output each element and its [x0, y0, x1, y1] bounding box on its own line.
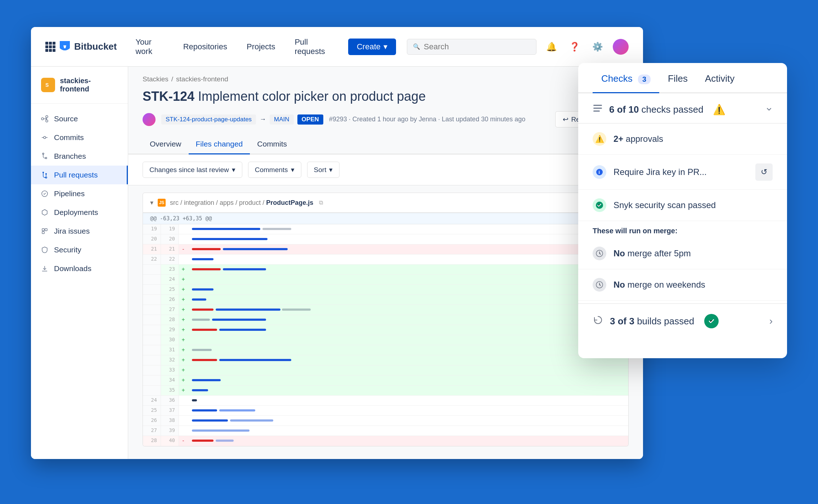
sidebar-item-pipelines[interactable]: Pipelines [31, 184, 128, 203]
main-layout: S stackies-frontend Source Commits Branc… [31, 67, 643, 459]
chevron-down-icon: ▾ [383, 42, 387, 51]
svg-rect-14 [42, 231, 44, 234]
tab-files-changed[interactable]: Files changed [189, 135, 250, 154]
svg-rect-12 [42, 229, 44, 231]
sidebar-item-label: Source [54, 114, 78, 123]
repo-icon: S [41, 78, 55, 92]
jira-info-icon: i [593, 165, 606, 179]
sidebar-item-jira-issues[interactable]: Jira issues [31, 222, 128, 240]
nav-pull-requests[interactable]: Pull requests [290, 35, 336, 59]
sidebar-item-label: Branches [54, 152, 86, 161]
sidebar-item-pull-requests[interactable]: Pull requests [31, 166, 128, 184]
checks-count-badge: 3 [638, 75, 651, 84]
nav-repositories[interactable]: Repositories [179, 39, 232, 54]
sidebar-item-downloads[interactable]: Downloads [31, 259, 128, 278]
sidebar-item-source[interactable]: Source [31, 109, 128, 128]
diff-row: 25 37 [143, 406, 628, 416]
browser-window: Bitbucket Your work Repositories Project… [31, 27, 643, 459]
pr-id: STK-124 [143, 89, 194, 104]
avatar[interactable] [613, 39, 629, 55]
copy-path-icon[interactable]: ⧉ [319, 199, 323, 206]
checks-expand-icon[interactable] [765, 105, 773, 115]
sidebar-repo: S stackies-frontend [31, 77, 128, 104]
diff-file-header: ▾ JS src / integration / apps / product … [143, 193, 629, 213]
notifications-button[interactable]: 🔔 [544, 39, 559, 55]
svg-rect-16 [593, 108, 602, 109]
diff-row: 20 20 [143, 234, 628, 244]
arrow-icon: → [260, 116, 266, 123]
diff-row: 29 + [143, 325, 628, 335]
approvals-warning-icon: ⚠️ [593, 132, 606, 146]
create-label: Create [357, 42, 381, 51]
svg-text:S: S [45, 82, 49, 88]
request-changes-icon: ↩ [563, 115, 568, 123]
sort-button[interactable]: Sort ▾ [307, 162, 340, 178]
diff-row: 28 40 - [143, 436, 628, 446]
diff-table: @@ -63,23 +63,35 @@ 19 19 20 20 [143, 213, 629, 446]
diff-row: 24 + [143, 275, 628, 285]
chevron-down-icon: ▾ [329, 166, 333, 174]
checks-list-icon [593, 103, 603, 116]
pr-status-badge: OPEN [297, 114, 323, 125]
diff-row: 24 36 [143, 396, 628, 406]
pr-meta: STK-124-product-page-updates → MAIN OPEN… [128, 111, 643, 135]
brand-name: Bitbucket [74, 41, 117, 52]
sidebar-item-branches[interactable]: Branches [31, 147, 128, 166]
diff-row: 33 + [143, 365, 628, 375]
approvals-label: 2+ approvals [614, 134, 663, 144]
branches-icon [41, 153, 48, 160]
diff-row: 31 + [143, 345, 628, 355]
diff-row: 25 + [143, 285, 628, 295]
builds-passed-icon [704, 314, 719, 328]
checks-tabs: Checks 3 Files Activity [578, 63, 787, 93]
check-item-no-merge-5pm: No merge after 5pm [578, 238, 787, 269]
diff-container: ▾ JS src / integration / apps / product … [128, 185, 643, 454]
sidebar-item-commits[interactable]: Commits [31, 128, 128, 147]
filter-bar: Changes since last review ▾ Comments ▾ S… [128, 154, 643, 185]
diff-row: 32 + [143, 355, 628, 365]
tab-overview[interactable]: Overview [143, 135, 189, 154]
sidebar-item-security[interactable]: Security [31, 240, 128, 259]
help-button[interactable]: ❓ [567, 39, 583, 55]
tab-activity[interactable]: Activity [696, 63, 743, 93]
clock-icon-2 [593, 278, 606, 292]
diff-row: 23 + [143, 265, 628, 275]
sidebar-item-label: Jira issues [54, 227, 90, 235]
comments-filter-button[interactable]: Comments ▾ [248, 162, 301, 178]
changes-since-review-button[interactable]: Changes since last review ▾ [143, 162, 242, 178]
checks-passed-count: 6 of 10 [609, 104, 639, 115]
content-area: Stackies / stackies-frontend STK-124 Imp… [128, 67, 643, 459]
pr-title: STK-124 Implement color picker on produc… [128, 83, 643, 111]
svg-point-4 [46, 120, 48, 122]
breadcrumb-repo[interactable]: stackies-frontend [176, 75, 228, 83]
source-icon [41, 115, 48, 122]
diff-row: 19 19 [143, 224, 628, 234]
tab-checks[interactable]: Checks 3 [593, 63, 659, 93]
retry-button[interactable]: ↺ [755, 163, 773, 181]
collapse-icon[interactable]: ▾ [150, 199, 153, 207]
builds-expand-arrow[interactable]: › [769, 315, 773, 327]
nav-projects[interactable]: Projects [242, 39, 279, 54]
builds-refresh-icon [593, 315, 603, 328]
sidebar-item-deployments[interactable]: Deployments [31, 203, 128, 222]
nav-your-work[interactable]: Your work [131, 35, 168, 59]
search-input[interactable] [424, 42, 530, 51]
checks-builds-footer: 3 of 3 builds passed › [578, 303, 787, 338]
tab-commits[interactable]: Commits [250, 135, 294, 154]
snyk-label: Snyk security scan passed [614, 200, 716, 210]
breadcrumb-org[interactable]: Stackies [143, 75, 168, 83]
pr-icon [41, 171, 48, 179]
security-icon [41, 246, 48, 253]
create-button[interactable]: Create ▾ [348, 39, 396, 55]
sidebar-item-label: Pull requests [54, 171, 98, 179]
search-box[interactable]: 🔍 [407, 39, 536, 55]
sidebar-item-label: Pipelines [54, 189, 85, 198]
diff-hunk-header: @@ -63,23 +63,35 @@ [143, 213, 628, 224]
js-file-icon: JS [158, 199, 166, 207]
tab-files[interactable]: Files [659, 63, 696, 93]
svg-rect-17 [593, 111, 600, 112]
search-icon: 🔍 [413, 43, 420, 50]
settings-button[interactable]: ⚙️ [590, 39, 606, 55]
sidebar-item-label: Commits [54, 133, 84, 142]
sidebar-item-label: Security [54, 246, 81, 254]
